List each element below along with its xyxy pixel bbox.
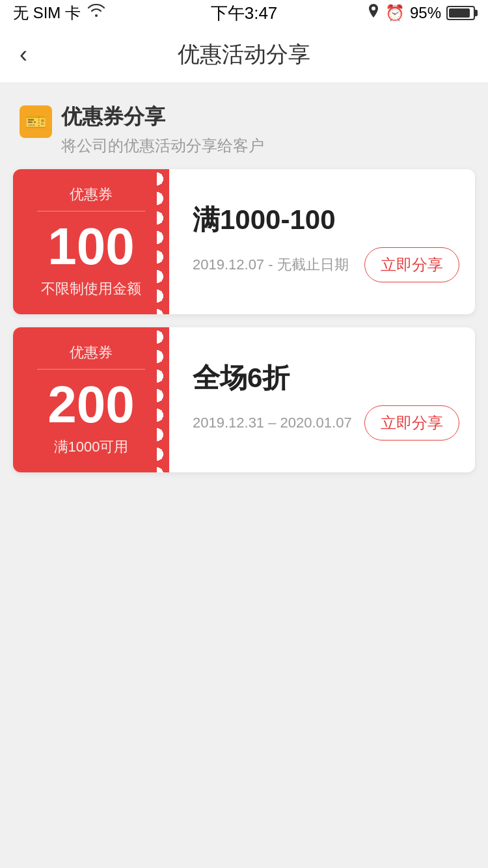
coupon-right-1: 全场6折 2019.12.31 – 2020.01.07 立即分享 xyxy=(169,327,475,472)
coupon-amount-0: 100 xyxy=(47,221,134,273)
share-button-1[interactable]: 立即分享 xyxy=(364,405,459,441)
coupon-list: 优惠券 100 不限制使用金额 满1000-100 2019.12.07 - 无… xyxy=(0,169,488,485)
wifi-icon xyxy=(87,4,105,22)
nav-bar: ‹ 优惠活动分享 xyxy=(0,26,488,83)
coupon-condition-1: 满1000可用 xyxy=(54,437,129,457)
section-header: 🎫 优惠券分享 将公司的优惠活动分享给客户 xyxy=(0,83,488,169)
status-right: ⏰ 95% xyxy=(367,3,475,23)
share-button-0[interactable]: 立即分享 xyxy=(364,247,459,282)
bottom-space xyxy=(0,485,488,850)
coupon-label-0: 优惠券 xyxy=(70,185,113,204)
coupon-name-0: 满1000-100 xyxy=(193,202,459,238)
battery-fill xyxy=(449,8,470,18)
page-title: 优惠活动分享 xyxy=(178,40,310,70)
status-bar: 无 SIM 卡 下午3:47 ⏰ 95% xyxy=(0,0,488,26)
coupon-divider-1 xyxy=(37,369,145,370)
status-time: 下午3:47 xyxy=(211,2,278,25)
carrier-text: 无 SIM 卡 xyxy=(13,3,81,23)
section-icon: 🎫 xyxy=(20,105,52,138)
coupon-name-1: 全场6折 xyxy=(193,360,459,396)
coupon-label-1: 优惠券 xyxy=(70,343,113,362)
coupon-right-bottom-0: 2019.12.07 - 无截止日期 立即分享 xyxy=(193,247,459,282)
coupon-right-0: 满1000-100 2019.12.07 - 无截止日期 立即分享 xyxy=(169,169,475,314)
back-button[interactable]: ‹ xyxy=(20,41,27,68)
coupon-divider-0 xyxy=(37,211,145,211)
status-left: 无 SIM 卡 xyxy=(13,3,105,23)
coupon-right-bottom-1: 2019.12.31 – 2020.01.07 立即分享 xyxy=(193,405,459,441)
coupon-condition-0: 不限制使用金额 xyxy=(41,279,141,299)
coupon-emoji-icon: 🎫 xyxy=(25,112,46,132)
coupon-left-1: 优惠券 200 满1000可用 xyxy=(13,327,169,472)
coupon-left-0: 优惠券 100 不限制使用金额 xyxy=(13,169,169,314)
battery-icon xyxy=(446,6,475,20)
section-subtitle: 将公司的优惠活动分享给客户 xyxy=(61,135,264,156)
coupon-date-1: 2019.12.31 – 2020.01.07 xyxy=(193,414,358,431)
coupon-card: 优惠券 200 满1000可用 全场6折 2019.12.31 – 2020.0… xyxy=(13,327,475,472)
section-title: 优惠券分享 xyxy=(61,103,264,131)
alarm-icon: ⏰ xyxy=(385,4,405,22)
coupon-date-0: 2019.12.07 - 无截止日期 xyxy=(193,255,358,275)
section-text-block: 优惠券分享 将公司的优惠活动分享给客户 xyxy=(61,103,264,156)
coupon-amount-1: 200 xyxy=(47,379,134,431)
location-icon xyxy=(367,3,380,23)
coupon-card: 优惠券 100 不限制使用金额 满1000-100 2019.12.07 - 无… xyxy=(13,169,475,314)
battery-percent: 95% xyxy=(410,4,441,22)
